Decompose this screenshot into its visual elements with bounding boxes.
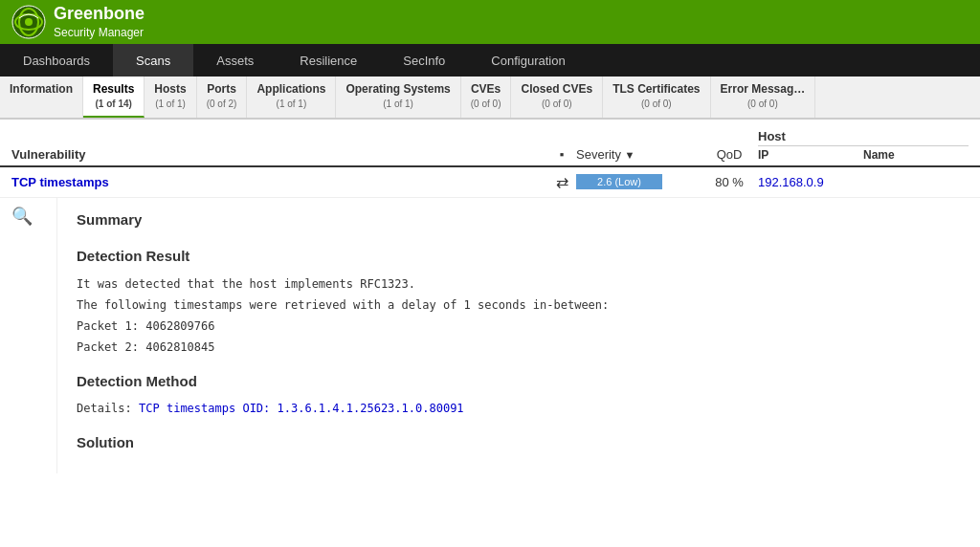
severity-cell: 2.6 (Low)	[576, 174, 701, 189]
tab-operating-systems[interactable]: Operating Systems (1 of 1)	[336, 77, 460, 118]
summary-heading: Summary	[77, 209, 961, 231]
nav-scans[interactable]: Scans	[113, 44, 193, 77]
brand-name: Greenbone	[54, 4, 145, 23]
nav-configuration[interactable]: Configuration	[468, 44, 588, 77]
method-heading: Detection Method	[77, 371, 961, 393]
solution-heading: Solution	[77, 432, 961, 454]
detection-text-2: The following timestamps were retrieved …	[77, 296, 961, 314]
col-header-name: Name	[863, 148, 969, 162]
tab-closed-cves[interactable]: Closed CVEs (0 of 0)	[511, 77, 603, 118]
vuln-link[interactable]: TCP timestamps	[11, 175, 109, 189]
tab-tls-certificates[interactable]: TLS Certificates (0 of 0)	[603, 77, 710, 118]
detection-text-1: It was detected that the host implements…	[77, 275, 961, 293]
col-header-ip: IP	[758, 148, 863, 162]
logo-text: Greenbone Security Manager	[54, 4, 145, 39]
table-header: Vulnerability ▪ Severity ▼ QoD Host IP N…	[0, 120, 980, 167]
detection-text-4: Packet 2: 4062810845	[77, 339, 961, 356]
vuln-cell: TCP timestamps	[11, 175, 547, 189]
detail-content: Summary Detection Result It was detected…	[57, 198, 980, 473]
detection-heading: Detection Result	[77, 246, 961, 268]
tab-results[interactable]: Results (1 of 14)	[83, 77, 145, 118]
tab-information[interactable]: Information	[0, 77, 83, 118]
nav-resilience[interactable]: Resilience	[277, 44, 380, 77]
qod-cell: 80 %	[701, 175, 758, 189]
method-details: Details: TCP timestamps OID: 1.3.6.1.4.1…	[77, 400, 961, 417]
tab-applications[interactable]: Applications (1 of 1)	[247, 77, 336, 118]
severity-bar: 2.6 (Low)	[576, 174, 662, 189]
col-header-qod: QoD	[701, 147, 758, 162]
app-header: Greenbone Security Manager	[0, 0, 980, 44]
detail-sidebar: 🔍	[0, 198, 57, 473]
tab-ports[interactable]: Ports (0 of 2)	[197, 77, 248, 118]
zoom-icon[interactable]: 🔍	[11, 207, 33, 226]
greenbone-logo	[11, 5, 46, 39]
table-row: TCP timestamps ⇄ 2.6 (Low) 80 % 192.168.…	[0, 167, 980, 198]
nav-dashboards[interactable]: Dashboards	[0, 44, 113, 77]
col-header-host: Host IP Name	[758, 129, 969, 162]
host-cell: 192.168.0.9	[758, 175, 969, 189]
name-cell	[863, 175, 969, 189]
detection-text-3: Packet 1: 4062809766	[77, 317, 961, 335]
puzzle-icon: ▪	[547, 147, 576, 162]
tab-hosts[interactable]: Hosts (1 of 1)	[145, 77, 196, 118]
tab-cves[interactable]: CVEs (0 of 0)	[461, 77, 512, 118]
svg-point-3	[25, 18, 33, 26]
col-header-vulnerability: Vulnerability	[11, 147, 547, 162]
detail-pane: 🔍 Summary Detection Result It was detect…	[0, 198, 980, 473]
nav-assets[interactable]: Assets	[193, 44, 277, 77]
col-header-severity[interactable]: Severity ▼	[576, 147, 701, 162]
tabs-row: Information Results (1 of 14) Hosts (1 o…	[0, 77, 980, 120]
method-link[interactable]: TCP timestamps OID: 1.3.6.1.4.1.25623.1.…	[139, 402, 464, 415]
ip-cell[interactable]: 192.168.0.9	[758, 175, 863, 189]
brand-sub: Security Manager	[54, 26, 144, 39]
nav-secinfo[interactable]: SecInfo	[380, 44, 468, 77]
row-icon: ⇄	[547, 173, 576, 191]
severity-sort-arrow: ▼	[625, 149, 635, 161]
tab-error-messages[interactable]: Error Messag… (0 of 0)	[711, 77, 816, 118]
main-nav: Dashboards Scans Assets Resilience SecIn…	[0, 44, 980, 77]
